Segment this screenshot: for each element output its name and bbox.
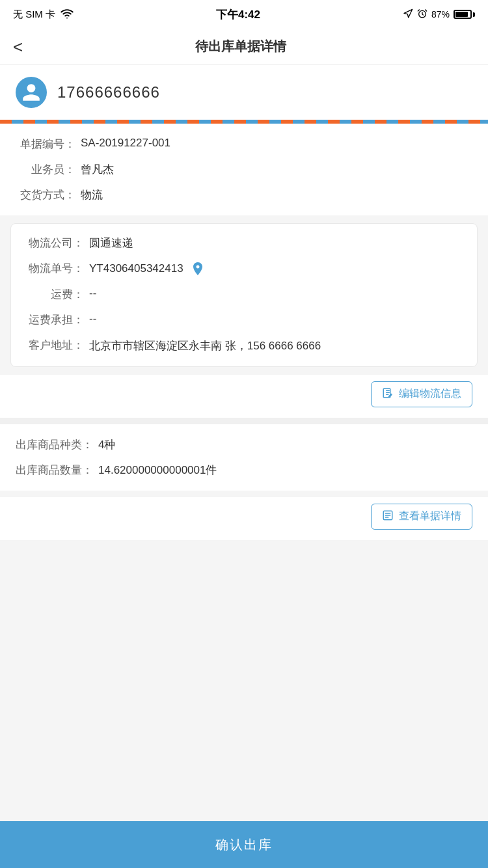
confirm-button[interactable]: 确认出库 — [215, 836, 273, 854]
salesman-value: 曾凡杰 — [81, 162, 472, 177]
goods-types-label: 出库商品种类： — [16, 437, 98, 452]
order-info-section: 单据编号： SA-20191227-001 业务员： 曾凡杰 交货方式： 物流 — [0, 124, 488, 215]
view-detail-icon — [382, 509, 394, 524]
svg-marker-1 — [404, 9, 413, 18]
battery-icon — [454, 10, 475, 19]
back-button[interactable]: < — [13, 38, 23, 55]
page-title: 待出库单据详情 — [36, 38, 445, 55]
logistics-tracking-row: 物流单号： YT4306405342413 — [24, 261, 464, 277]
wifi-icon — [61, 7, 74, 22]
edit-logistics-label: 编辑物流信息 — [399, 387, 461, 401]
user-phone: 17666666666 — [57, 83, 160, 102]
freight-bearer-label: 运费承担： — [24, 312, 89, 327]
goods-types-value: 4种 — [98, 437, 472, 452]
person-icon — [21, 82, 42, 103]
view-detail-button[interactable]: 查看单据详情 — [371, 504, 472, 530]
freight-bearer-row: 运费承担： -- — [24, 312, 464, 327]
delivery-label: 交货方式： — [16, 187, 81, 202]
tracking-location-icon[interactable] — [190, 261, 206, 277]
status-bar-time: 下午4:42 — [216, 7, 260, 22]
logistics-company-value: 圆通速递 — [89, 236, 464, 251]
logistics-card: 物流公司： 圆通速递 物流单号： YT4306405342413 运费： -- … — [10, 223, 478, 367]
delivery-value: 物流 — [81, 187, 472, 202]
svg-point-0 — [66, 17, 68, 18]
bottom-bar: 确认出库 — [0, 821, 488, 868]
logistics-tracking-label: 物流单号： — [24, 261, 89, 276]
address-row: 客户地址： 北京市市辖区海淀区永丰南 张，156 6666 6666 — [24, 338, 464, 355]
logistics-company-row: 物流公司： 圆通速递 — [24, 236, 464, 251]
status-bar: 无 SIM 卡 下午4:42 87% — [0, 0, 488, 29]
order-no-value: SA-20191227-001 — [81, 137, 472, 150]
address-label: 客户地址： — [24, 338, 89, 353]
logistics-company-label: 物流公司： — [24, 236, 89, 251]
freight-bearer-value: -- — [89, 312, 464, 325]
goods-section: 出库商品种类： 4种 出库商品数量： 14.620000000000001件 — [0, 424, 488, 491]
carrier-text: 无 SIM 卡 — [13, 8, 55, 21]
freight-label: 运费： — [24, 287, 89, 302]
content-spacer — [0, 540, 488, 618]
goods-quantity-row: 出库商品数量： 14.620000000000001件 — [16, 463, 472, 478]
address-value: 北京市市辖区海淀区永丰南 张，156 6666 6666 — [89, 338, 464, 355]
view-detail-label: 查看单据详情 — [399, 509, 461, 523]
freight-row: 运费： -- — [24, 287, 464, 302]
alarm-icon — [417, 8, 427, 21]
logistics-tracking-value: YT4306405342413 — [89, 261, 464, 277]
salesman-row: 业务员： 曾凡杰 — [16, 162, 472, 177]
location-status-icon — [403, 8, 413, 21]
battery-percentage: 87% — [431, 9, 450, 20]
status-bar-left: 无 SIM 卡 — [13, 7, 74, 22]
edit-logistics-button[interactable]: 编辑物流信息 — [371, 381, 472, 407]
goods-quantity-label: 出库商品数量： — [16, 463, 98, 478]
edit-btn-container: 编辑物流信息 — [0, 375, 488, 418]
status-bar-right: 87% — [403, 8, 475, 21]
order-no-label: 单据编号： — [16, 137, 81, 152]
delivery-row: 交货方式： 物流 — [16, 187, 472, 202]
section-divider — [0, 418, 488, 424]
edit-icon — [382, 387, 394, 401]
salesman-label: 业务员： — [16, 162, 81, 177]
freight-value: -- — [89, 287, 464, 300]
goods-types-row: 出库商品种类： 4种 — [16, 437, 472, 452]
view-detail-btn-container: 查看单据详情 — [0, 497, 488, 540]
nav-bar: < 待出库单据详情 — [0, 29, 488, 65]
order-no-row: 单据编号： SA-20191227-001 — [16, 137, 472, 152]
user-section: 17666666666 — [0, 65, 488, 120]
avatar — [16, 77, 47, 108]
goods-quantity-value: 14.620000000000001件 — [98, 463, 472, 478]
